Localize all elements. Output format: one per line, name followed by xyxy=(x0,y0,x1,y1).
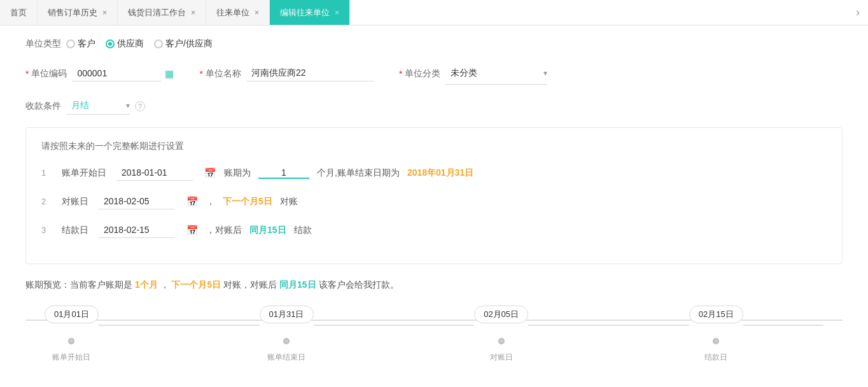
row-1-date-input[interactable] xyxy=(116,165,193,181)
row-3-highlight: 同月15日 xyxy=(249,225,286,236)
row-2-label: 对账日 xyxy=(62,196,88,208)
payment-terms-arrow: ▾ xyxy=(126,101,130,110)
preview-part3: 同月15日 xyxy=(279,279,316,290)
radio-supplier[interactable]: 供应商 xyxy=(106,38,144,50)
row-2-comma: ， xyxy=(206,196,215,208)
radio-customer[interactable]: 客户 xyxy=(66,38,95,50)
row-1-calendar-icon[interactable]: 📅 xyxy=(204,167,216,179)
unit-category-select[interactable]: 未分类 ▾ xyxy=(445,62,547,85)
unit-name-group: * 单位名称 xyxy=(199,66,373,81)
unit-category-value: 未分类 xyxy=(445,65,538,81)
main-content: 单位类型 客户 供应商 客户/供应商 * 单位编码 ▦ * 单位名称 xyxy=(0,25,868,387)
radio-both-label: 客户/供应商 xyxy=(165,38,213,50)
row-3-prefix: ，对账后 xyxy=(206,225,242,236)
setting-row-1: 1 账单开始日 📅 账期为 个月,账单结束日期为 2018年01月31日 xyxy=(41,165,827,181)
unit-name-input[interactable] xyxy=(246,66,374,81)
preview-label: 账期预览：当前客户账期是 xyxy=(25,279,132,290)
row-3-calendar-icon[interactable]: 📅 xyxy=(186,225,199,236)
unit-code-label: 单位编码 xyxy=(31,68,67,80)
timeline-label-2: 对账日 xyxy=(490,352,513,363)
tab-cash-workbench[interactable]: 钱货日清工作台 × xyxy=(118,0,206,25)
setting-row-3: 3 结款日 📅 ，对账后 同月15日 结款 xyxy=(41,222,827,238)
unit-code-group: * 单位编码 ▦ xyxy=(25,66,174,81)
tab-counterparty-close[interactable]: × xyxy=(255,8,259,17)
row-2-date-input[interactable] xyxy=(99,194,175,209)
row-1-period-input[interactable] xyxy=(258,167,309,179)
timeline-bubble-3: 02月15日 xyxy=(689,306,743,323)
row-1-suffix-after: 个月,账单结束日期为 xyxy=(317,167,400,179)
tab-sales-history-close[interactable]: × xyxy=(102,8,107,17)
payment-terms-help-icon[interactable]: ? xyxy=(135,101,145,111)
unit-category-label: 单位分类 xyxy=(405,68,440,80)
unit-type-label: 单位类型 xyxy=(25,38,61,50)
preview-part2: 下一个月5日 xyxy=(171,279,221,290)
timeline-point-0: 01月01日 账单开始日 xyxy=(45,306,99,363)
preview-text: 账期预览：当前客户账期是 1个月 ， 下一个月5日 对账，对账后 同月15日 该… xyxy=(25,277,843,293)
tab-cash-workbench-label: 钱货日清工作台 xyxy=(128,7,186,18)
preview-text4: 该客户会给我打款。 xyxy=(319,279,399,290)
preview-text2: ， xyxy=(160,279,169,290)
timeline-point-1: 01月31日 账单结束日 xyxy=(260,306,314,363)
timeline-points: 01月01日 账单开始日 01月31日 账单结束日 02月05日 对账日 xyxy=(45,306,823,363)
row-2-calendar-icon[interactable]: 📅 xyxy=(186,196,199,208)
tab-home[interactable]: 首页 xyxy=(0,0,38,25)
tab-sales-history-label: 销售订单历史 xyxy=(48,7,97,18)
setting-row-2: 2 对账日 📅 ， 下一个月5日 对账 xyxy=(41,194,827,209)
radio-supplier-label: 供应商 xyxy=(117,38,144,50)
unit-type-radio-group: 客户 供应商 客户/供应商 xyxy=(66,38,213,50)
payment-terms-label: 收款条件 xyxy=(25,101,61,112)
timeline-dot-3 xyxy=(713,338,719,344)
tab-edit-counterparty-label: 编辑往来单位 xyxy=(280,7,330,18)
payment-terms-row: 收款条件 月结 ▾ ? xyxy=(25,97,843,115)
unit-code-input[interactable] xyxy=(72,66,161,81)
row-1-highlight: 2018年01月31日 xyxy=(407,167,473,179)
tab-sales-history[interactable]: 销售订单历史 × xyxy=(38,0,118,25)
tab-bar: 首页 销售订单历史 × 钱货日清工作台 × 往来单位 × 编辑往来单位 × › xyxy=(0,0,868,25)
row-1-num: 1 xyxy=(41,168,54,178)
unit-name-label: 单位名称 xyxy=(206,68,241,80)
row-3-num: 3 xyxy=(41,225,54,235)
timeline-bubble-0: 01月01日 xyxy=(45,306,99,323)
radio-supplier-circle xyxy=(106,39,115,48)
unit-name-required: * xyxy=(199,69,202,79)
unit-category-required: * xyxy=(399,69,402,79)
unit-info-row: * 单位编码 ▦ * 单位名称 * 单位分类 未分类 ▾ xyxy=(25,62,843,85)
unit-category-group: * 单位分类 未分类 ▾ xyxy=(399,62,547,85)
card-title: 请按照未来的一个完整帐期进行设置 xyxy=(41,141,827,152)
timeline-point-2: 02月05日 对账日 xyxy=(474,306,528,363)
timeline-label-0: 账单开始日 xyxy=(52,352,90,363)
tab-edit-counterparty-close[interactable]: × xyxy=(335,8,339,17)
row-1-suffix-before: 账期为 xyxy=(224,167,251,179)
settings-card: 请按照未来的一个完整帐期进行设置 1 账单开始日 📅 账期为 个月,账单结束日期… xyxy=(25,127,843,264)
tab-home-label: 首页 xyxy=(10,7,27,18)
timeline-dot-1 xyxy=(283,338,290,344)
tab-counterparty-label: 往来单位 xyxy=(216,7,249,18)
row-1-label: 账单开始日 xyxy=(62,167,106,179)
tab-edit-counterparty[interactable]: 编辑往来单位 × xyxy=(270,0,350,25)
timeline-label-3: 结款日 xyxy=(704,352,727,363)
unit-code-required: * xyxy=(25,69,29,79)
timeline-bubble-1: 01月31日 xyxy=(260,306,314,323)
timeline-bubble-2: 02月05日 xyxy=(474,306,528,323)
timeline: 01月01日 账单开始日 01月31日 账单结束日 02月05日 对账日 xyxy=(25,306,843,363)
radio-customer-circle xyxy=(66,39,75,48)
radio-customer-label: 客户 xyxy=(78,38,95,50)
radio-both[interactable]: 客户/供应商 xyxy=(154,38,213,50)
tab-counterparty[interactable]: 往来单位 × xyxy=(206,0,270,25)
timeline-label-1: 账单结束日 xyxy=(267,352,305,363)
timeline-dot-0 xyxy=(68,338,74,344)
unit-code-icon[interactable]: ▦ xyxy=(165,68,174,80)
tab-cash-workbench-close[interactable]: × xyxy=(191,8,195,17)
row-3-suffix: 结款 xyxy=(294,225,312,236)
timeline-point-3: 02月15日 结款日 xyxy=(689,306,743,363)
row-2-suffix1: 对账 xyxy=(280,196,298,208)
row-2-highlight1: 下一个月5日 xyxy=(223,196,272,208)
row-3-date-input[interactable] xyxy=(99,222,175,238)
payment-terms-select[interactable]: 月结 ▾ xyxy=(66,97,130,115)
preview-text3: 对账，对账后 xyxy=(223,279,277,290)
tab-more-button[interactable]: › xyxy=(848,0,868,25)
unit-category-arrow: ▾ xyxy=(543,69,547,78)
radio-both-circle xyxy=(154,39,163,48)
payment-terms-value: 月结 xyxy=(66,100,121,111)
row-3-label: 结款日 xyxy=(62,225,88,236)
